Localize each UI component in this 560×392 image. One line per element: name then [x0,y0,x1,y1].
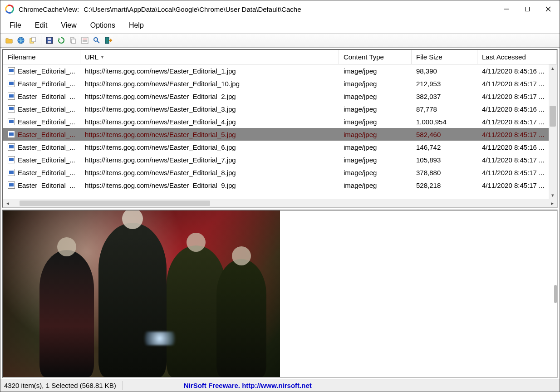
horizontal-scrollbar[interactable]: ◂ ▸ [3,199,557,207]
file-icon [8,105,15,113]
table-row[interactable]: Easter_Editorial_...https://items.gog.co… [3,141,557,153]
menu-edit[interactable]: Edit [29,20,54,31]
table-row[interactable]: Easter_Editorial_...https://items.gog.co… [3,166,557,179]
cell-content-type: image/jpeg [339,156,412,164]
cell-url: https://items.gog.com/news/Easter_Editor… [80,118,339,126]
sort-indicator-icon: ▾ [101,54,103,59]
file-icon [8,181,15,189]
file-icon [8,80,15,87]
h-scroll-thumb[interactable] [20,201,210,206]
table-row[interactable]: Easter_Editorial_...https://items.gog.co… [3,179,557,191]
find-icon[interactable] [92,35,102,45]
grid-header: Filename URL ▾ Content Type File Size La… [3,50,557,64]
menu-help[interactable]: Help [123,20,150,31]
column-last-accessed[interactable]: Last Accessed [477,50,557,64]
cell-url: https://items.gog.com/news/Easter_Editor… [80,105,339,113]
svg-rect-9 [48,41,51,43]
table-row[interactable]: Easter_Editorial_...https://items.gog.co… [3,103,557,115]
column-filename[interactable]: Filename [3,50,80,64]
minimize-button[interactable] [496,2,517,16]
open-icon[interactable] [4,35,14,45]
table-row[interactable]: Easter_Editorial_...https://items.gog.co… [3,128,557,141]
menu-view[interactable]: View [54,20,83,31]
preview-image [3,211,280,377]
column-file-size[interactable]: File Size [412,50,477,64]
properties-icon[interactable] [80,35,90,45]
cell-content-type: image/jpeg [339,181,412,189]
globe-icon[interactable] [16,35,26,45]
column-content-type[interactable]: Content Type [339,50,412,64]
cell-filename: Easter_Editorial_... [18,143,75,151]
svg-rect-1 [526,7,530,11]
cell-filename: Easter_Editorial_... [18,169,75,176]
menu-file[interactable]: File [3,20,28,31]
close-button[interactable] [538,2,559,16]
preview-pane [2,210,558,378]
grid-body[interactable]: Easter_Editorial_...https://items.gog.co… [3,64,557,199]
cell-file-size: 382,037 [412,93,477,100]
table-row[interactable]: Easter_Editorial_...https://items.gog.co… [3,77,557,90]
cell-last-accessed: 4/11/2020 8:45:16 ... [477,143,557,151]
scroll-up-icon[interactable]: ▴ [549,64,557,72]
file-icon [8,156,15,163]
copy-files-icon[interactable] [28,35,38,45]
cell-url: https://items.gog.com/news/Easter_Editor… [80,169,339,176]
cell-filename: Easter_Editorial_... [18,131,75,138]
cell-url: https://items.gog.com/news/Easter_Editor… [80,143,339,151]
title-bar: ChromeCacheView: C:\Users\marti\AppData\… [0,0,560,18]
table-row[interactable]: Easter_Editorial_...https://items.gog.co… [3,64,557,77]
preview-scrollbar[interactable] [553,211,557,377]
svg-point-16 [94,38,98,41]
cell-file-size: 105,893 [412,156,477,164]
cell-last-accessed: 4/11/2020 8:45:17 ... [477,80,557,88]
cell-last-accessed: 4/11/2020 8:45:16 ... [477,67,557,75]
exit-icon[interactable] [103,35,113,45]
cell-last-accessed: 4/11/2020 8:45:17 ... [477,156,557,164]
svg-rect-8 [48,38,51,40]
maximize-button[interactable] [517,2,538,16]
cell-filename: Easter_Editorial_... [18,181,75,189]
scroll-thumb[interactable] [550,106,556,127]
cell-last-accessed: 4/11/2020 8:45:16 ... [477,105,557,113]
refresh-icon[interactable] [56,35,66,45]
menu-options[interactable]: Options [84,20,122,31]
scroll-right-icon[interactable]: ▸ [549,200,556,206]
file-icon [8,131,15,138]
vertical-scrollbar[interactable]: ▴ ▾ [549,64,557,199]
scroll-left-icon[interactable]: ◂ [4,200,11,206]
cell-content-type: image/jpeg [339,143,412,151]
scroll-down-icon[interactable]: ▾ [549,191,557,199]
cache-path: C:\Users\marti\AppData\Local\Google\Chro… [84,5,301,13]
table-row[interactable]: Easter_Editorial_...https://items.gog.co… [3,115,557,128]
cell-filename: Easter_Editorial_... [18,105,75,113]
toolbar [0,34,560,48]
status-credit[interactable]: NirSoft Freeware. http://www.nirsoft.net [184,382,312,389]
table-row[interactable]: Easter_Editorial_...https://items.gog.co… [3,153,557,166]
column-url-label: URL [85,53,98,61]
status-text: 4320 item(s), 1 Selected (568.81 KB) [4,382,116,389]
menu-bar: File Edit View Options Help [0,18,560,34]
cell-filename: Easter_Editorial_... [18,156,75,164]
cell-url: https://items.gog.com/news/Easter_Editor… [80,93,339,100]
cell-filename: Easter_Editorial_... [18,80,75,88]
cell-file-size: 1,000,954 [412,118,477,126]
svg-rect-11 [72,39,75,44]
app-icon [5,5,14,14]
copy-icon[interactable] [68,35,78,45]
svg-line-17 [97,41,99,43]
file-icon [8,143,15,151]
file-grid: Filename URL ▾ Content Type File Size La… [2,49,558,208]
column-url[interactable]: URL ▾ [80,50,339,64]
save-icon[interactable] [44,35,54,45]
file-icon [8,93,15,100]
status-divider [123,381,123,390]
cell-last-accessed: 4/11/2020 8:45:17 ... [477,181,557,189]
cell-last-accessed: 4/11/2020 8:45:17 ... [477,131,557,138]
file-icon [8,67,15,74]
cell-url: https://items.gog.com/news/Easter_Editor… [80,67,339,75]
cell-content-type: image/jpeg [339,169,412,176]
cell-filename: Easter_Editorial_... [18,118,75,126]
table-row[interactable]: Easter_Editorial_...https://items.gog.co… [3,90,557,103]
cell-file-size: 87,778 [412,105,477,113]
cell-content-type: image/jpeg [339,131,412,138]
